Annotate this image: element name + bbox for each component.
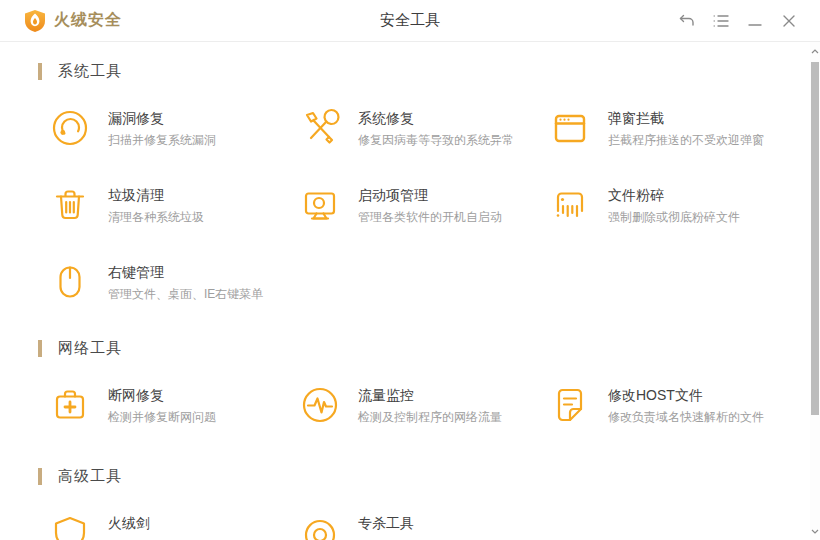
tools-panel: 系统工具 漏洞修复 扫描并修复系统漏洞	[0, 42, 820, 540]
titlebar: 火绒安全 安全工具	[0, 0, 820, 42]
tool-vulnerability-repair[interactable]: 漏洞修复 扫描并修复系统漏洞	[50, 108, 300, 148]
section-label: 网络工具	[58, 339, 122, 358]
huorong-logo-icon	[24, 9, 46, 33]
section-system-tools: 系统工具 漏洞修复 扫描并修复系统漏洞	[0, 60, 810, 302]
tool-huorong-sword[interactable]: 火绒剑	[50, 513, 300, 540]
window-controls	[670, 6, 820, 36]
section-network-tools: 网络工具 断网修复 检测并修复断网问题	[0, 337, 810, 425]
section-bar	[38, 340, 42, 357]
close-icon[interactable]	[772, 6, 806, 36]
tool-context-menu-manager[interactable]: 右键管理 管理文件、桌面、IE右键菜单	[50, 262, 300, 302]
tool-popup-blocker[interactable]: 弹窗拦截 拦截程序推送的不受欢迎弹窗	[550, 108, 800, 148]
special-kill-tool-icon	[300, 513, 340, 540]
file-shredder-icon	[550, 185, 590, 225]
tool-title: 启动项管理	[358, 186, 502, 205]
tool-title: 弹窗拦截	[608, 109, 764, 128]
tool-desc: 扫描并修复系统漏洞	[108, 132, 216, 149]
tool-desc: 强制删除或彻底粉碎文件	[608, 209, 740, 226]
tool-title: 系统修复	[358, 109, 514, 128]
section-bar	[38, 468, 42, 485]
tool-title: 修改HOST文件	[608, 386, 764, 405]
huorong-sword-icon	[50, 513, 90, 540]
tool-desc: 修改负责域名快速解析的文件	[608, 409, 764, 426]
tool-desc: 拦截程序推送的不受欢迎弹窗	[608, 132, 764, 149]
tool-title: 漏洞修复	[108, 109, 216, 128]
section-advanced-tools: 高级工具 火绒剑	[0, 465, 810, 540]
scroll-up-icon[interactable]	[810, 44, 820, 58]
tool-system-repair[interactable]: 系统修复 修复因病毒等导致的系统异常	[300, 108, 550, 148]
brand: 火绒安全	[0, 9, 122, 33]
tool-file-shredder[interactable]: 文件粉碎 强制删除或彻底粉碎文件	[550, 185, 800, 225]
section-bar	[38, 63, 42, 80]
tool-title: 垃圾清理	[108, 186, 204, 205]
context-menu-manager-icon	[50, 262, 90, 302]
system-repair-icon	[300, 108, 340, 148]
tool-host-file-editor[interactable]: 修改HOST文件 修改负责域名快速解析的文件	[550, 385, 800, 425]
junk-cleaner-icon	[50, 185, 90, 225]
startup-manager-icon	[300, 185, 340, 225]
tool-desc: 修复因病毒等导致的系统异常	[358, 132, 514, 149]
tool-network-repair[interactable]: 断网修复 检测并修复断网问题	[50, 385, 300, 425]
tool-title: 专杀工具	[358, 514, 414, 533]
tool-title: 右键管理	[108, 263, 263, 282]
section-header: 网络工具	[0, 337, 810, 359]
tool-title: 文件粉碎	[608, 186, 740, 205]
scroll-down-icon[interactable]	[810, 524, 820, 538]
vulnerability-repair-icon	[50, 108, 90, 148]
minimize-icon[interactable]	[738, 6, 772, 36]
tool-desc: 检测并修复断网问题	[108, 409, 216, 426]
brand-name: 火绒安全	[54, 10, 122, 31]
back-icon[interactable]	[670, 6, 704, 36]
tool-title: 断网修复	[108, 386, 216, 405]
tool-desc: 管理各类软件的开机自启动	[358, 209, 502, 226]
tool-traffic-monitor[interactable]: 流量监控 检测及控制程序的网络流量	[300, 385, 550, 425]
section-header: 系统工具	[0, 60, 810, 82]
host-file-editor-icon	[550, 385, 590, 425]
network-repair-icon	[50, 385, 90, 425]
traffic-monitor-icon	[300, 385, 340, 425]
scrollbar-thumb[interactable]	[811, 62, 819, 415]
section-header: 高级工具	[0, 465, 810, 487]
section-label: 高级工具	[58, 467, 122, 486]
tool-startup-manager[interactable]: 启动项管理 管理各类软件的开机自启动	[300, 185, 550, 225]
tool-desc: 管理文件、桌面、IE右键菜单	[108, 286, 263, 303]
scrollbar	[810, 42, 820, 540]
tool-title: 流量监控	[358, 386, 502, 405]
tool-desc: 清理各种系统垃圾	[108, 209, 204, 226]
section-label: 系统工具	[58, 62, 122, 81]
tool-title: 火绒剑	[108, 514, 150, 533]
tool-desc: 检测及控制程序的网络流量	[358, 409, 502, 426]
popup-blocker-icon	[550, 108, 590, 148]
menu-icon[interactable]	[704, 6, 738, 36]
tool-special-kill-tool[interactable]: 专杀工具	[300, 513, 550, 540]
tool-junk-cleaner[interactable]: 垃圾清理 清理各种系统垃圾	[50, 185, 300, 225]
